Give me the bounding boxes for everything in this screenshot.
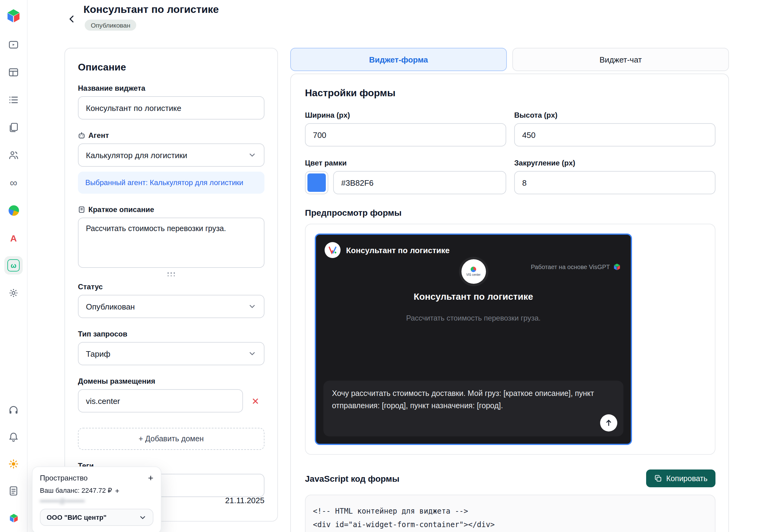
bell-icon <box>8 431 19 443</box>
add-domain-button[interactable]: + Добавить домен <box>78 428 265 450</box>
sidebar-item-notifications[interactable] <box>4 428 23 446</box>
agent-select-value: Калькулятор для логистики <box>86 150 187 160</box>
avatar-logo-icon <box>471 267 476 272</box>
border-color-field: Цвет рамки <box>305 159 506 194</box>
agent-label: Агент <box>78 131 265 140</box>
infinity-icon: ∞ <box>10 177 17 188</box>
sidebar-item-documents[interactable] <box>4 118 23 137</box>
document-icon <box>8 485 19 496</box>
color-swatch[interactable] <box>305 171 328 194</box>
apps-color-icon <box>8 205 19 215</box>
copy-code-button[interactable]: Копировать <box>646 469 716 487</box>
sidebar: ∞ A ω <box>0 0 28 532</box>
border-color-input[interactable] <box>333 171 506 194</box>
remove-domain-button[interactable]: ✕ <box>252 396 259 405</box>
js-code-header: JavaScript код формы Копировать <box>305 469 716 487</box>
sidebar-item-widgets[interactable]: ω <box>4 256 23 275</box>
tab-widget-form[interactable]: Виджет-форма <box>290 48 507 71</box>
chevron-down-icon <box>248 349 257 358</box>
sidebar-item-apps[interactable] <box>4 201 23 219</box>
sidebar-item-theme[interactable] <box>4 455 23 473</box>
status-label: Статус <box>78 283 265 291</box>
sidebar-item-users[interactable] <box>4 146 23 164</box>
status-badge: Опубликован <box>85 20 136 31</box>
widget-tabs: Виджет-форма Виджет-чат <box>290 48 729 71</box>
form-settings-panel: Настройки формы Ширина (px) Высота (px) … <box>290 74 729 532</box>
balance-text: Ваш баланс: 2247.72 ₽ <box>40 487 112 495</box>
app-root: ∞ A ω <box>0 0 767 532</box>
chevron-down-icon <box>248 151 257 159</box>
agent-bot-icon <box>78 132 85 139</box>
code-line-2: <div id="ai-widget-form-container"></div… <box>313 520 494 529</box>
request-type-select-value: Тариф <box>86 349 110 358</box>
headphones-icon <box>8 405 19 416</box>
page-header: Консультант по логистике Опубликован <box>27 0 767 43</box>
balance-row: Ваш баланс: 2247.72 ₽ + <box>40 487 153 495</box>
chevron-down-icon <box>248 302 257 311</box>
request-type-select[interactable]: Тариф <box>78 342 265 365</box>
sidebar-item-fonts[interactable]: A <box>4 229 23 247</box>
js-code-block[interactable]: <!-- HTML контейнер для виджета --> <div… <box>305 495 716 532</box>
widget-logo-icon <box>325 242 341 258</box>
sidebar-item-settings[interactable] <box>4 284 23 302</box>
width-input[interactable] <box>305 123 506 146</box>
description-card-title: Описание <box>78 62 265 73</box>
copy-icon <box>654 474 662 482</box>
height-label: Высота (px) <box>514 111 716 120</box>
domain-input[interactable] <box>78 389 243 412</box>
widget-message-text: Хочу рассчитать стоимость доставки. Мой … <box>332 389 594 410</box>
radius-label: Закругление (px) <box>514 159 716 167</box>
status-select[interactable]: Опубликован <box>78 295 265 318</box>
powered-by: Работает на основе VisGPT <box>531 263 621 271</box>
sidebar-item-support[interactable] <box>4 401 23 419</box>
sidebar-item-integrations[interactable]: ∞ <box>4 173 23 192</box>
radius-input[interactable] <box>514 171 716 194</box>
preview-area: Консультант по логистике Работает на осн… <box>305 224 716 455</box>
list-icon <box>8 94 19 105</box>
short-description-textarea[interactable]: Рассчитать стоимость перевозки груза. <box>78 218 265 268</box>
documents-icon <box>8 122 19 133</box>
form-settings-title: Настройки формы <box>305 88 716 99</box>
js-code-title: JavaScript код формы <box>305 473 399 483</box>
widget-preview-header: Консультант по логистике <box>325 242 622 258</box>
masked-email: •••••••••@••••••••• <box>40 498 153 504</box>
sidebar-item-logs[interactable] <box>4 482 23 500</box>
widget-message-input[interactable]: Хочу рассчитать стоимость доставки. Мой … <box>323 381 624 437</box>
app-logo-icon[interactable] <box>5 7 22 25</box>
back-button[interactable] <box>64 11 80 27</box>
code-line-1: <!-- HTML контейнер для виджета --> <box>313 507 468 515</box>
gear-icon <box>8 287 19 298</box>
short-description-label: Краткое описание <box>78 205 265 214</box>
sidebar-item-table[interactable] <box>4 63 23 82</box>
add-space-button[interactable]: + <box>148 473 153 482</box>
resize-handle[interactable] <box>167 272 175 276</box>
form-settings-grid: Ширина (px) Высота (px) Цвет рамки Закру… <box>305 111 716 194</box>
send-button[interactable] <box>600 414 617 431</box>
widget-center-title: Консультант по логистике <box>409 290 538 303</box>
organization-name: ООО "ВИС центр" <box>47 514 106 521</box>
sidebar-item-brand[interactable] <box>4 509 23 527</box>
users-icon <box>8 150 19 161</box>
page-title: Консультант по логистике <box>83 4 219 16</box>
sidebar-nav: ∞ A ω <box>4 36 23 302</box>
visgpt-mini-logo-icon <box>613 263 621 271</box>
height-input[interactable] <box>514 123 716 146</box>
letter-a-icon: A <box>10 233 17 243</box>
arrow-up-icon <box>605 419 613 427</box>
sidebar-item-chat[interactable] <box>4 36 23 54</box>
tab-widget-chat[interactable]: Виджет-чат <box>512 48 729 71</box>
widget-name-input[interactable] <box>78 96 265 120</box>
width-field: Ширина (px) <box>305 111 506 146</box>
widget-preview: Консультант по логистике Работает на осн… <box>315 234 632 445</box>
chevron-left-icon <box>67 14 77 24</box>
vis-center-avatar: VIS center <box>461 259 486 284</box>
top-up-balance-button[interactable]: + <box>115 487 119 494</box>
table-icon <box>8 67 19 78</box>
status-select-value: Опубликован <box>86 302 135 311</box>
created-date: 21.11.2025 <box>225 496 265 505</box>
height-field: Высота (px) <box>514 111 716 146</box>
sidebar-item-list[interactable] <box>4 91 23 109</box>
close-icon: ✕ <box>252 396 259 406</box>
agent-select[interactable]: Калькулятор для логистики <box>78 143 265 167</box>
organization-select[interactable]: ООО "ВИС центр" <box>40 509 153 526</box>
